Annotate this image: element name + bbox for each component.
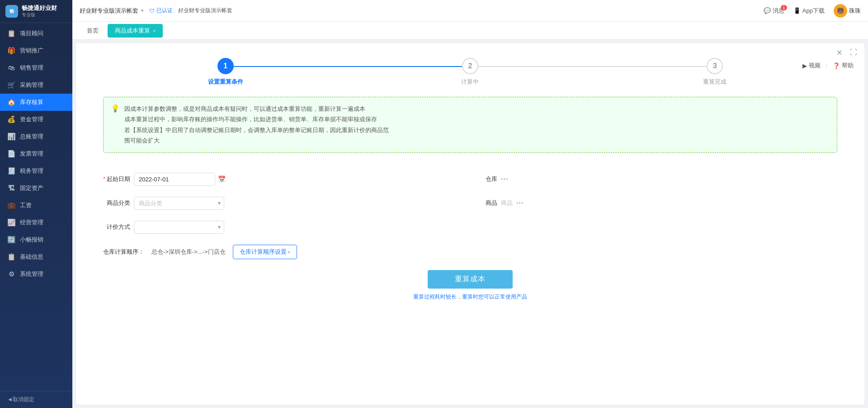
step-1-circle: 1 (217, 58, 234, 74)
topbar-verified-account: 好业财专业版演示帐套 (178, 7, 232, 14)
sidebar-item-expense[interactable]: 🔄小畅报销 (0, 231, 72, 248)
warehouse-order-row: 仓库计算顺序： 总仓->深圳仓库->...->门店仓 仓库计算顺序设置 › (103, 245, 837, 259)
sidebar-app-subtitle: 专业版 (22, 12, 57, 18)
topbar-app-download[interactable]: 📱 App下载 (793, 7, 825, 15)
main-area: 好业财专业版演示帐套 ▾ 🛡 已认证 好业财专业版演示帐套 💬 消息 1 📱 A… (72, 0, 868, 408)
operation-icon: 📈 (7, 218, 15, 227)
category-label: 商品分类 (103, 199, 130, 207)
payroll-icon: 💼 (7, 201, 15, 209)
notice-line-2: 成本重算过程中，影响库存账的操作均不能操作，比如进货单、销货单、库存单据不能审核… (124, 114, 389, 124)
expand-window-button[interactable]: ⛶ (848, 47, 859, 58)
form-row-2: 商品分类 商品分类 商品 商品 ··· (103, 197, 837, 210)
sidebar-item-sales[interactable]: 🛍销售管理 (0, 59, 72, 76)
warehouse-order-label: 仓库计算顺序： (103, 248, 144, 256)
help-icon: ❓ (833, 62, 840, 69)
sidebar-nav: 📋项目顾问🎁营销推广🛍销售管理🛒采购管理🏠库存核算💰资金管理📊总账管理📄发票管理… (0, 23, 72, 391)
sidebar-item-finance[interactable]: 💰资金管理 (0, 111, 72, 128)
calendar-icon[interactable]: 📅 (218, 176, 226, 183)
sidebar-app-title: 畅捷通好业财 (22, 5, 57, 12)
sidebar-item-label-project: 项目顾问 (20, 29, 43, 38)
sidebar-item-system[interactable]: ⚙系统管理 (0, 266, 72, 283)
goods-more-icon[interactable]: ··· (516, 199, 524, 207)
sidebar-item-label-sales: 销售管理 (20, 64, 43, 72)
step-1: 1 设置重算条件 (103, 58, 348, 86)
topbar-right: 💬 消息 1 📱 App下载 🐻 珠珠 (764, 4, 861, 18)
mobile-icon: 📱 (793, 7, 801, 14)
warehouse-more-icon[interactable]: ··· (501, 175, 508, 183)
sidebar-header: 畅 畅捷通好业财 专业版 (0, 0, 72, 23)
form-row-3: 计价方式 (103, 221, 837, 234)
pricing-select-wrap (134, 221, 224, 234)
sidebar-item-label-operation: 经营管理 (20, 218, 43, 227)
sidebar-item-label-finance: 资金管理 (20, 115, 43, 123)
help-docs-link[interactable]: ❓ 帮助 (833, 62, 854, 70)
step-3-circle: 3 (707, 58, 723, 74)
sidebar-logo: 畅 (5, 5, 18, 18)
start-date-input-wrap: 📅 (134, 173, 226, 186)
marketing-icon: 🎁 (7, 47, 15, 55)
notice-box: 💡 因成本计算参数调整，或是对商品成本有疑问时，可以通过成本重算功能，重新计算一… (103, 97, 837, 153)
warehouse-order-value: 总仓->深圳仓库->...->门店仓 (151, 248, 226, 256)
sidebar-item-label-system: 系统管理 (20, 270, 43, 278)
close-window-button[interactable]: ✕ (834, 47, 844, 58)
sidebar-item-marketing[interactable]: 🎁营销推广 (0, 42, 72, 59)
inventory-icon: 🏠 (7, 98, 15, 106)
message-icon: 💬 (764, 7, 771, 14)
steps-container: 1 设置重算条件 2 计算中 3 重算完成 ▶ 视频 | (76, 43, 864, 97)
topbar-account[interactable]: 好业财专业版演示帐套 ▾ (80, 7, 144, 15)
start-date-input[interactable] (134, 173, 215, 186)
pricing-label: 计价方式 (103, 223, 130, 231)
sidebar-item-label-basic: 基础信息 (20, 253, 43, 261)
step-1-label: 设置重算条件 (208, 78, 243, 86)
message-badge: 1 (781, 5, 787, 10)
sidebar-item-purchase[interactable]: 🛒采购管理 (0, 76, 72, 94)
topbar: 好业财专业版演示帐套 ▾ 🛡 已认证 好业财专业版演示帐套 💬 消息 1 📱 A… (72, 0, 868, 22)
tab-home[interactable]: 首页 (80, 24, 106, 38)
system-icon: ⚙ (7, 270, 15, 278)
notice-line-3: 若【系统设置】中启用了自动调整记账日期时，会调整入库单的整单记账日期，因此重新计… (124, 125, 389, 135)
topbar-message[interactable]: 💬 消息 1 (764, 7, 784, 15)
assets-icon: 🏗 (7, 184, 15, 192)
tabs-bar: 首页商品成本重算× (72, 22, 868, 40)
help-divider: | (826, 62, 827, 69)
avatar: 🐻 (834, 4, 847, 18)
warehouse-group: 仓库 ··· (470, 175, 837, 183)
sidebar-item-project[interactable]: 📋项目顾问 (0, 25, 72, 42)
form-area: 起始日期 📅 仓库 ··· 商品分类 商品分类 (76, 164, 864, 310)
pricing-select[interactable] (134, 221, 224, 234)
bulb-icon: 💡 (111, 104, 120, 146)
step-2-label: 计算中 (461, 78, 479, 86)
category-select[interactable]: 商品分类 (134, 197, 224, 210)
sidebar-item-label-tax: 税务管理 (20, 167, 43, 175)
expense-icon: 🔄 (7, 236, 15, 244)
finance-icon: 💰 (7, 115, 15, 123)
sidebar-item-payroll[interactable]: 💼工资 (0, 197, 72, 214)
sidebar-item-inventory[interactable]: 🏠库存核算 (0, 94, 72, 111)
sidebar-item-label-marketing: 营销推广 (20, 47, 43, 55)
category-group: 商品分类 商品分类 (103, 197, 470, 210)
sidebar-logo-text: 畅 (9, 8, 14, 14)
sidebar-footer[interactable]: ◄取消固定 (0, 391, 72, 408)
tab-label-recalc: 商品成本重算 (115, 27, 150, 35)
sidebar-item-basic[interactable]: 📋基础信息 (0, 248, 72, 266)
warehouse-order-settings-button[interactable]: 仓库计算顺序设置 › (233, 245, 297, 259)
warehouse-order-btn-label: 仓库计算顺序设置 › (240, 248, 290, 256)
window-controls: ✕ ⛶ (834, 47, 859, 58)
sidebar-item-invoice[interactable]: 📄发票管理 (0, 145, 72, 162)
recalc-button[interactable]: 重算成本 (428, 270, 513, 289)
topbar-verified-badge: 🛡 已认证 (149, 7, 173, 14)
tab-recalc[interactable]: 商品成本重算× (108, 24, 163, 38)
topbar-user[interactable]: 🐻 珠珠 (834, 4, 861, 18)
sidebar-item-assets[interactable]: 🏗固定资产 (0, 180, 72, 197)
topbar-app-label: App下载 (802, 7, 825, 15)
sidebar-item-label-payroll: 工资 (20, 201, 32, 209)
pricing-group: 计价方式 (103, 221, 837, 234)
sidebar-item-operation[interactable]: 📈经营管理 (0, 214, 72, 231)
sidebar-item-tax[interactable]: 🧾税务管理 (0, 162, 72, 180)
help-video-link[interactable]: ▶ 视频 (802, 62, 821, 70)
tab-close-recalc[interactable]: × (153, 28, 156, 33)
sidebar-item-accounting[interactable]: 📊总账管理 (0, 128, 72, 145)
form-row-1: 起始日期 📅 仓库 ··· (103, 173, 837, 186)
topbar-account-name: 好业财专业版演示帐套 (80, 7, 138, 15)
recalc-hint: 重算过程耗时较长，重算时您可以正常使用产品 (413, 293, 527, 301)
